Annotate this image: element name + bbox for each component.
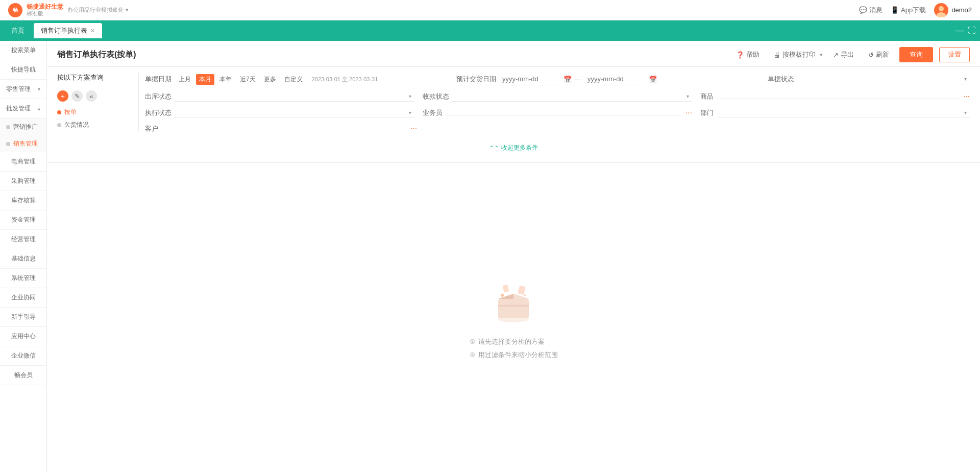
date-tab-last-month[interactable]: 上月 xyxy=(176,74,194,85)
breadcrumb-text: 办公用品行业模拟账套 xyxy=(67,6,124,14)
sidebar-item-finance[interactable]: 资金管理 xyxy=(0,210,46,230)
scheme-item-by-order[interactable]: 按单 xyxy=(57,106,132,119)
app-download-label: App下载 xyxy=(901,6,926,15)
settings-button[interactable]: 设置 xyxy=(939,47,970,62)
query-button[interactable]: 查询 xyxy=(899,47,933,62)
sidebar-item-corp-wechat[interactable]: 企业微信 xyxy=(0,346,46,366)
message-btn[interactable]: 💬 消息 xyxy=(859,6,883,15)
tab-sales-order[interactable]: 销售订单执行表 ✕ xyxy=(34,23,102,38)
sidebar-inventory-label: 库存核算 xyxy=(11,197,36,204)
download-icon: 📱 xyxy=(891,6,899,14)
delivery-end-input[interactable] xyxy=(584,73,646,85)
sidebar-subitem-marketing[interactable]: 营销推广 xyxy=(0,119,46,135)
filter-conditions: 单据日期 上月 本月 本年 近7天 更多 自定义 2023-03-01 至 20… xyxy=(145,73,970,139)
sidebar-item-ecommerce[interactable]: 电商管理 xyxy=(0,152,46,172)
sidebar-item-member[interactable]: 畅会员 xyxy=(0,366,46,385)
empty-hint-2: ② 用过滤条件来缩小分析范围 xyxy=(470,350,558,360)
sidebar-item-basic-info[interactable]: 基础信息 xyxy=(0,249,46,269)
customer-input-area xyxy=(161,127,407,131)
print-btn[interactable]: 🖨 按模板打印 xyxy=(770,48,820,61)
sidebar-item-corp-collab[interactable]: 企业协同 xyxy=(0,288,46,308)
delivery-start-input[interactable] xyxy=(499,73,560,85)
sidebar-item-system[interactable]: 系统管理 xyxy=(0,269,46,288)
tab-close-icon[interactable]: ✕ xyxy=(90,28,95,34)
date-label: 单据日期 xyxy=(145,75,172,84)
date-tab-this-month[interactable]: 本月 xyxy=(196,74,214,85)
tab-home-label: 首页 xyxy=(11,26,24,35)
sidebar-item-new-guide[interactable]: 新手引导 xyxy=(0,308,46,327)
sidebar-item-retail-mgmt[interactable]: 零售管理 ▾ xyxy=(0,80,46,99)
filter-section: 按以下方案查询 + ✎ « xyxy=(57,73,970,139)
date-tab-custom[interactable]: 自定义 xyxy=(281,74,306,85)
scheme-item-shortage[interactable]: 欠货情况 xyxy=(57,119,132,131)
sidebar-ecommerce-label: 电商管理 xyxy=(11,158,36,165)
department-select[interactable]: ▾ xyxy=(717,108,970,118)
page-actions: ❓ 帮助 🖨 按模板打印 ▾ ↗ 导出 ↺ 刷新 xyxy=(732,47,970,62)
filter-department-field: 部门 ▾ xyxy=(700,108,970,118)
sidebar-item-search-menu[interactable]: 搜索菜单 xyxy=(0,41,46,60)
print-dropdown-icon[interactable]: ▾ xyxy=(820,52,823,58)
customer-more-icon[interactable]: ··· xyxy=(410,124,417,133)
filter-row-2: 出库状态 ▾ 收款状态 ▾ xyxy=(145,91,970,102)
help-btn[interactable]: ❓ 帮助 xyxy=(732,48,764,61)
collapse-more-btn[interactable]: ⌃⌃ 收起更多条件 xyxy=(57,139,970,156)
collapse-arrow-icon: ⌃⌃ xyxy=(489,145,499,152)
filter-scheme-title: 按以下方案查询 xyxy=(57,73,104,82)
delivery-label: 预计交货日期 xyxy=(456,75,496,84)
app-name: 畅捷通好生意 xyxy=(27,3,63,10)
sidebar-member-label: 畅会员 xyxy=(14,371,33,379)
scheme-edit-btn[interactable]: ✎ xyxy=(71,90,83,102)
goods-label: 商品 xyxy=(700,92,714,101)
sidebar-item-inventory[interactable]: 库存核算 xyxy=(0,191,46,210)
scheme-add-btn[interactable]: + xyxy=(57,90,68,102)
app-subtitle: 标准版 xyxy=(27,10,63,17)
date-tab-7days[interactable]: 近7天 xyxy=(237,74,259,85)
scheme-collapse-btn[interactable]: « xyxy=(86,90,97,102)
tab-maximize-icon[interactable]: ⛶ xyxy=(968,26,976,35)
app-download-btn[interactable]: 📱 App下载 xyxy=(891,6,926,15)
page-header: 销售订单执行表(按单) ❓ 帮助 🖨 按模板打印 ▾ ↗ 导出 xyxy=(47,41,980,67)
user-info[interactable]: demo2 xyxy=(934,3,972,17)
sidebar-item-app-center[interactable]: 应用中心 xyxy=(0,327,46,346)
filter-row-4: 客户 ··· xyxy=(145,124,970,133)
payment-status-select[interactable]: ▾ xyxy=(452,91,692,102)
breadcrumb-selector[interactable]: 办公用品行业模拟账套 ▾ xyxy=(67,6,129,14)
sidebar-item-purchase[interactable]: 采购管理 xyxy=(0,172,46,191)
sidebar-new-guide-label: 新手引导 xyxy=(11,313,36,320)
calendar-icon[interactable]: 📅 xyxy=(564,76,572,83)
sidebar-item-ops[interactable]: 经营管理 xyxy=(0,230,46,249)
tab-home[interactable]: 首页 xyxy=(4,23,32,38)
salesman-more-icon[interactable]: ··· xyxy=(685,108,692,117)
sidebar-subitem-sales-mgmt[interactable]: 销售管理 xyxy=(0,135,46,152)
filter-status-field: 单据状态 ▾ xyxy=(768,74,970,84)
date-tabs: 上月 本月 本年 近7天 更多 自定义 xyxy=(176,74,306,85)
calendar-icon-2[interactable]: 📅 xyxy=(649,76,657,83)
delivery-status-select[interactable]: ▾ xyxy=(175,91,414,102)
department-label: 部门 xyxy=(700,108,714,117)
goods-more-icon[interactable]: ··· xyxy=(963,92,970,101)
date-tab-more[interactable]: 更多 xyxy=(261,74,279,85)
export-btn[interactable]: ↗ 导出 xyxy=(829,48,858,61)
sidebar-item-quick-nav[interactable]: 快捷导航 xyxy=(0,60,46,80)
refresh-btn[interactable]: ↺ 刷新 xyxy=(864,48,893,61)
main-layout: 搜索菜单 快捷导航 零售管理 ▾ 批发管理 ▴ 营销推广 销售管理 电商管理 采… xyxy=(0,41,980,472)
header-right: 💬 消息 📱 App下载 demo2 xyxy=(859,3,972,17)
tab-minimize-icon[interactable]: — xyxy=(955,26,964,35)
page-title: 销售订单执行表(按单) xyxy=(57,50,136,60)
sidebar-item-wholesale-mgmt[interactable]: 批发管理 ▴ xyxy=(0,99,46,119)
execution-select[interactable]: ▾ xyxy=(175,108,414,118)
status-select[interactable]: ▾ xyxy=(797,74,970,84)
date-tab-this-year[interactable]: 本年 xyxy=(216,74,235,85)
svg-rect-7 xyxy=(518,285,526,295)
svg-point-6 xyxy=(524,294,526,296)
filter-delivery-status-field: 出库状态 ▾ xyxy=(145,91,414,102)
date-range-text: 2023-03-01 至 2023-03-31 xyxy=(312,76,378,83)
active-scheme-icon xyxy=(57,110,61,114)
chevron-down-icon: ▾ xyxy=(38,86,40,92)
sidebar-sales-mgmt-label: 销售管理 xyxy=(13,139,38,148)
collapse-label: 收起更多条件 xyxy=(501,144,538,152)
delivery-status-label: 出库状态 xyxy=(145,92,172,101)
sidebar-corp-wechat-label: 企业微信 xyxy=(11,352,36,359)
sidebar-corp-collab-label: 企业协同 xyxy=(11,294,36,301)
tab-bar: 首页 销售订单执行表 ✕ — ⛶ xyxy=(0,20,980,41)
